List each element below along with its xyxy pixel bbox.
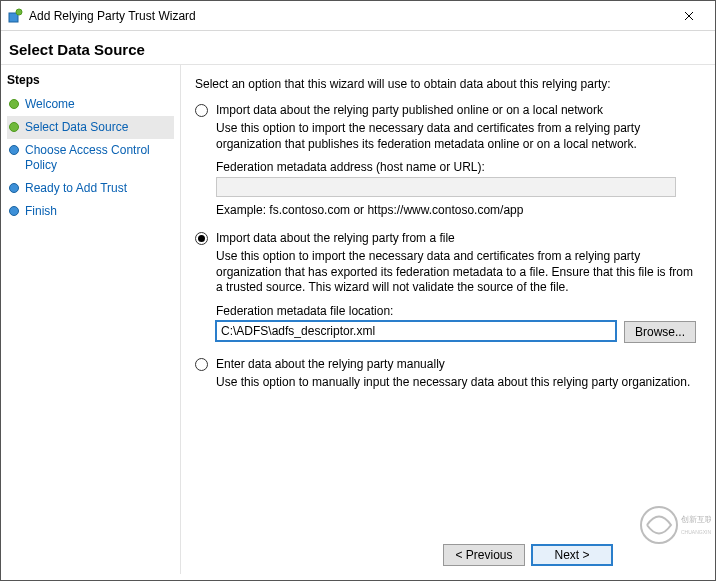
- metadata-file-label: Federation metadata file location:: [216, 304, 701, 318]
- bullet-icon: [9, 122, 19, 132]
- metadata-file-input[interactable]: [216, 321, 616, 341]
- step-label: Choose Access Control Policy: [25, 143, 172, 173]
- bullet-icon: [9, 183, 19, 193]
- step-ready-to-add-trust[interactable]: Ready to Add Trust: [7, 177, 174, 200]
- bullet-icon: [9, 206, 19, 216]
- next-button[interactable]: Next >: [531, 544, 613, 566]
- step-label: Welcome: [25, 97, 75, 112]
- step-label: Select Data Source: [25, 120, 128, 135]
- option-import-online: Import data about the relying party publ…: [195, 103, 701, 217]
- option-import-file: Import data about the relying party from…: [195, 231, 701, 343]
- option-desc: Use this option to manually input the ne…: [216, 375, 701, 391]
- steps-heading: Steps: [7, 73, 174, 87]
- svg-text:创新互联: 创新互联: [681, 515, 711, 524]
- step-label: Ready to Add Trust: [25, 181, 127, 196]
- option-desc: Use this option to import the necessary …: [216, 121, 701, 152]
- wizard-header: Select Data Source: [1, 31, 715, 65]
- step-finish[interactable]: Finish: [7, 200, 174, 223]
- svg-point-2: [641, 507, 677, 543]
- watermark-logo: 创新互联 CHUANGXIN: [637, 502, 711, 548]
- svg-point-1: [16, 9, 22, 15]
- option-title: Import data about the relying party from…: [216, 231, 455, 245]
- option-title: Enter data about the relying party manua…: [216, 357, 445, 371]
- close-icon[interactable]: [667, 2, 711, 30]
- intro-text: Select an option that this wizard will u…: [195, 77, 701, 91]
- radio-enter-manually[interactable]: [195, 358, 208, 371]
- bullet-icon: [9, 99, 19, 109]
- bullet-icon: [9, 145, 19, 155]
- option-enter-manually: Enter data about the relying party manua…: [195, 357, 701, 391]
- metadata-address-example: Example: fs.contoso.com or https://www.c…: [216, 203, 701, 217]
- option-desc: Use this option to import the necessary …: [216, 249, 701, 296]
- svg-text:CHUANGXIN: CHUANGXIN: [681, 529, 711, 535]
- radio-import-online[interactable]: [195, 104, 208, 117]
- previous-button[interactable]: < Previous: [443, 544, 525, 566]
- steps-sidebar: Steps Welcome Select Data Source Choose …: [1, 65, 181, 574]
- step-choose-access-control-policy[interactable]: Choose Access Control Policy: [7, 139, 174, 177]
- titlebar: Add Relying Party Trust Wizard: [1, 1, 715, 31]
- step-label: Finish: [25, 204, 57, 219]
- metadata-address-label: Federation metadata address (host name o…: [216, 160, 701, 174]
- step-select-data-source[interactable]: Select Data Source: [7, 116, 174, 139]
- radio-import-file[interactable]: [195, 232, 208, 245]
- window-title: Add Relying Party Trust Wizard: [29, 9, 667, 23]
- option-title: Import data about the relying party publ…: [216, 103, 603, 117]
- metadata-address-input: [216, 177, 676, 197]
- step-welcome[interactable]: Welcome: [7, 93, 174, 116]
- wizard-icon: [7, 8, 23, 24]
- page-title: Select Data Source: [9, 41, 707, 58]
- main-panel: Select an option that this wizard will u…: [181, 65, 715, 574]
- wizard-footer: < Previous Next > Cancel: [443, 544, 701, 566]
- browse-button[interactable]: Browse...: [624, 321, 696, 343]
